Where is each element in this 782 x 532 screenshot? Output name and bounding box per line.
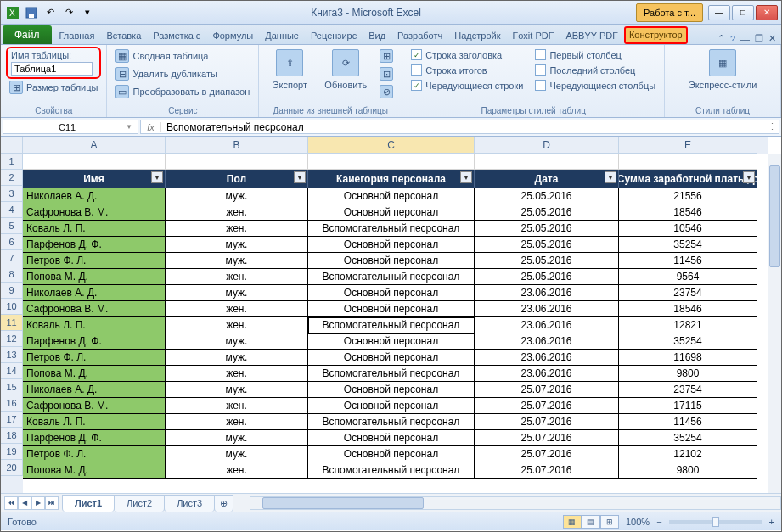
close-button[interactable]: ✕ xyxy=(756,5,778,20)
table-cell[interactable]: жен. xyxy=(166,301,308,317)
table-cell[interactable]: Вспомогательный песрсонал xyxy=(308,221,475,237)
column-header-E[interactable]: E xyxy=(619,137,757,154)
table-cell[interactable]: муж. xyxy=(166,188,308,204)
table-cell[interactable]: 25.07.2016 xyxy=(475,430,619,446)
table-header-cell[interactable]: Пол▼ xyxy=(166,170,308,188)
insert-sheet-button[interactable]: ⊕ xyxy=(214,495,233,512)
table-cell[interactable]: Сафронова В. М. xyxy=(23,398,166,414)
doc-close-icon[interactable]: ✕ xyxy=(768,33,776,44)
total-row-check[interactable]: Строка итогов xyxy=(409,64,525,76)
zoom-in-button[interactable]: + xyxy=(769,517,774,527)
table-cell[interactable]: муж. xyxy=(166,237,308,253)
table-cell[interactable]: жен. xyxy=(166,204,308,221)
select-all-button[interactable] xyxy=(1,137,23,154)
table-cell[interactable]: Сафронова В. М. xyxy=(23,204,166,221)
table-cell[interactable]: 25.05.2016 xyxy=(475,188,619,204)
row-header-11[interactable]: 11 xyxy=(1,315,23,331)
qat-dropdown-icon[interactable]: ▾ xyxy=(79,4,96,21)
table-cell[interactable]: 25.05.2016 xyxy=(475,221,619,237)
ribbon-tab-разметка с[interactable]: Разметка с xyxy=(147,26,206,44)
ribbon-minimize-icon[interactable]: ⌃ xyxy=(717,33,725,44)
pagelayout-view-button[interactable]: ▤ xyxy=(582,515,600,529)
row-header-1[interactable]: 1 xyxy=(1,154,23,170)
table-header-cell[interactable]: Сумма заработной платы, р▼ xyxy=(619,170,757,188)
table-cell[interactable]: 25.05.2016 xyxy=(475,253,619,269)
table-cell[interactable]: Основной персонал xyxy=(308,237,475,253)
column-header-C[interactable]: C xyxy=(308,137,475,154)
ext-link2-button[interactable]: ⊡ xyxy=(378,66,395,81)
table-cell[interactable]: 25.05.2016 xyxy=(475,269,619,285)
row-header-6[interactable]: 6 xyxy=(1,234,23,250)
table-cell[interactable]: муж. xyxy=(166,382,308,398)
table-cell[interactable]: 9564 xyxy=(619,269,757,285)
file-tab[interactable]: Файл xyxy=(3,25,52,44)
table-cell[interactable]: Вспомогательный песрсонал xyxy=(308,317,475,333)
doc-restore-icon[interactable]: ❐ xyxy=(755,33,763,44)
fx-icon[interactable]: fx xyxy=(141,122,161,132)
last-sheet-icon[interactable]: ⏭ xyxy=(45,496,59,510)
table-cell[interactable]: Сафронова В. М. xyxy=(23,301,166,317)
table-cell[interactable]: Основной персонал xyxy=(308,188,475,204)
table-cell[interactable]: жен. xyxy=(166,317,308,333)
table-cell[interactable]: 23754 xyxy=(619,285,757,301)
row-header-4[interactable]: 4 xyxy=(1,202,23,218)
table-cell[interactable]: Парфенов Д. Ф. xyxy=(23,237,166,253)
table-cell[interactable]: 25.05.2016 xyxy=(475,237,619,253)
table-cell[interactable]: 25.05.2016 xyxy=(475,204,619,221)
column-header-A[interactable]: A xyxy=(23,137,166,154)
table-cell[interactable]: Петров Ф. Л. xyxy=(23,446,166,462)
first-sheet-icon[interactable]: ⏮ xyxy=(4,496,18,510)
table-cell[interactable]: 23.06.2016 xyxy=(475,285,619,301)
normal-view-button[interactable]: ▦ xyxy=(563,515,582,529)
resize-table-button[interactable]: ⊞Размер таблицы xyxy=(8,80,99,95)
table-cell[interactable]: муж. xyxy=(166,333,308,350)
table-cell[interactable]: Основной персонал xyxy=(308,301,475,317)
table-cell[interactable]: жен. xyxy=(166,414,308,430)
table-cell[interactable]: 23754 xyxy=(619,382,757,398)
row-header-12[interactable]: 12 xyxy=(1,331,23,347)
table-cell[interactable]: Основной персонал xyxy=(308,253,475,269)
table-cell[interactable]: Попова М. Д. xyxy=(23,366,166,382)
ribbon-tab-формулы[interactable]: Формулы xyxy=(206,26,259,44)
undo-icon[interactable]: ↶ xyxy=(42,4,59,21)
table-cell[interactable]: Попова М. Д. xyxy=(23,269,166,285)
table-cell[interactable]: жен. xyxy=(166,462,308,479)
table-cell[interactable]: Основной персонал xyxy=(308,333,475,350)
sheet-tab-Лист2[interactable]: Лист2 xyxy=(114,495,165,512)
zoom-thumb[interactable] xyxy=(712,517,719,527)
table-cell[interactable]: 12102 xyxy=(619,446,757,462)
filter-button[interactable]: ▼ xyxy=(151,171,163,183)
table-cell[interactable]: муж. xyxy=(166,430,308,446)
table-cell[interactable]: жен. xyxy=(166,269,308,285)
table-cell[interactable]: 11698 xyxy=(619,350,757,366)
table-cell[interactable]: Николаев А. Д. xyxy=(23,382,166,398)
sheet-tab-Лист1[interactable]: Лист1 xyxy=(62,495,115,512)
table-cell[interactable]: 25.07.2016 xyxy=(475,398,619,414)
first-col-check[interactable]: Первый столбец xyxy=(533,48,657,61)
row-header-15[interactable]: 15 xyxy=(1,379,23,395)
ribbon-tab-вставка[interactable]: Вставка xyxy=(100,26,147,44)
ribbon-tab-foxit pdf[interactable]: Foxit PDF xyxy=(506,26,560,44)
table-cell[interactable]: 12821 xyxy=(619,317,757,333)
column-header-B[interactable]: B xyxy=(166,137,308,154)
ext-link1-button[interactable]: ⊞ xyxy=(378,48,395,64)
table-cell[interactable]: Попова М. Д. xyxy=(23,462,166,479)
table-cell[interactable]: Коваль Л. П. xyxy=(23,221,166,237)
maximize-button[interactable]: □ xyxy=(732,5,754,20)
table-cell[interactable]: муж. xyxy=(166,285,308,301)
row-header-10[interactable]: 10 xyxy=(1,299,23,315)
ribbon-tab-abbyy pdf[interactable]: ABBYY PDF xyxy=(560,26,624,44)
table-cell[interactable]: Основной персонал xyxy=(308,430,475,446)
dropdown-icon[interactable]: ▼ xyxy=(126,123,132,131)
table-cell[interactable]: 11456 xyxy=(619,253,757,269)
table-cell[interactable]: жен. xyxy=(166,221,308,237)
ribbon-tab-конструктор[interactable]: Конструктор xyxy=(624,26,688,44)
row-header-18[interactable]: 18 xyxy=(1,428,23,444)
row-header-5[interactable]: 5 xyxy=(1,218,23,234)
filter-button[interactable]: ▼ xyxy=(460,171,472,183)
vertical-scrollbar[interactable] xyxy=(768,154,781,493)
excel-icon[interactable]: X xyxy=(4,4,21,21)
zoom-level[interactable]: 100% xyxy=(626,517,650,527)
pivot-button[interactable]: ▦Сводная таблица xyxy=(114,48,251,64)
table-cell[interactable]: 35254 xyxy=(619,237,757,253)
